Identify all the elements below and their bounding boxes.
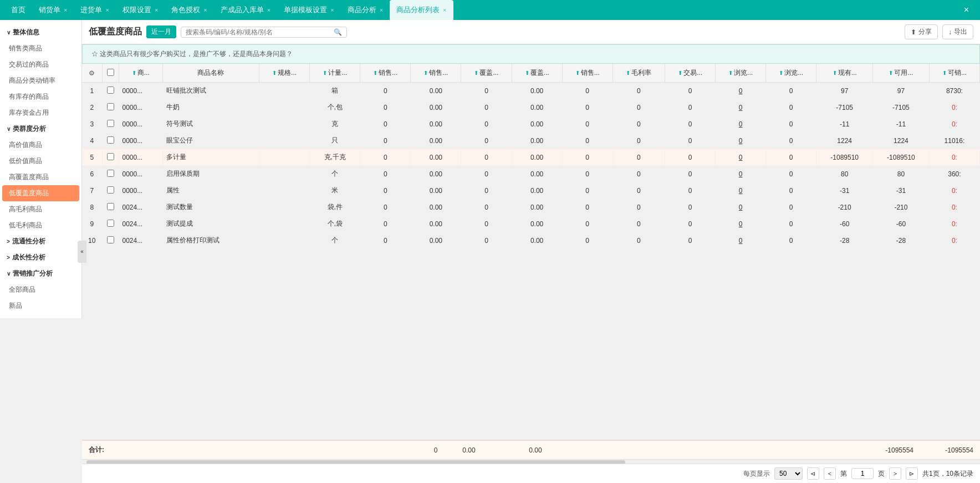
browse1-link[interactable]: 0 — [739, 87, 743, 95]
th-browse2[interactable]: ⬆浏览... — [766, 64, 816, 83]
nav-item-analysis-list[interactable]: 商品分析列表 × — [390, 0, 453, 20]
th-spec[interactable]: ⬆规格... — [259, 64, 310, 83]
sidebar-item-stock-goods[interactable]: 有库存的商品 — [0, 89, 81, 105]
prev-page-button[interactable]: < — [824, 467, 836, 480]
cell-browse1[interactable]: 0 — [716, 232, 766, 249]
th-coverage2[interactable]: ⬆覆盖... — [512, 64, 562, 83]
sidebar-collapse-btn[interactable]: « — [78, 241, 86, 263]
sidebar-item-low-coverage[interactable]: 低覆盖度商品 — [2, 185, 79, 201]
th-code[interactable]: ⬆商... — [119, 64, 162, 83]
browse1-link[interactable]: 0 — [739, 187, 743, 195]
close-purchase-icon[interactable]: × — [105, 7, 109, 13]
browse1-link[interactable]: 0 — [739, 137, 743, 145]
sidebar-growth-header[interactable]: > 成长性分析 — [0, 250, 81, 266]
close-analysis-list-icon[interactable]: × — [443, 7, 446, 13]
close-product-in-icon[interactable]: × — [267, 7, 270, 13]
th-sales-amt[interactable]: ⬆销售... — [411, 64, 461, 83]
table-container[interactable]: ⚙ ⬆商... 商品名称 ⬆规格... ⬆计量... ⬆销售... ⬆销售...… — [82, 64, 980, 440]
cell-checkbox[interactable] — [102, 199, 119, 216]
last-page-button[interactable]: ⊳ — [906, 467, 918, 480]
nav-item-product-in[interactable]: 产成品入库单 × — [214, 0, 277, 20]
nav-item-sales[interactable]: 销货单 × — [32, 0, 74, 20]
row-checkbox[interactable] — [107, 120, 114, 127]
th-sales-qty[interactable]: ⬆销售... — [360, 64, 411, 83]
cell-browse1[interactable]: 0 — [716, 83, 766, 99]
th-coverage1[interactable]: ⬆覆盖... — [461, 64, 512, 83]
cell-browse1[interactable]: 0 — [716, 149, 766, 166]
window-close-button[interactable]: × — [957, 5, 976, 15]
next-page-button[interactable]: > — [889, 467, 901, 480]
sidebar-item-high-value[interactable]: 高价值商品 — [0, 137, 81, 153]
sidebar-item-all-goods[interactable]: 全部商品 — [0, 282, 81, 298]
cell-browse1[interactable]: 0 — [716, 116, 766, 133]
settings-icon[interactable]: ⚙ — [89, 69, 95, 77]
close-permission-icon[interactable]: × — [155, 7, 158, 13]
th-name[interactable]: 商品名称 — [162, 64, 259, 83]
cell-checkbox[interactable] — [102, 232, 119, 249]
close-template-icon[interactable]: × — [330, 7, 334, 13]
cell-checkbox[interactable] — [102, 166, 119, 182]
th-current-stock[interactable]: ⬆现有... — [816, 64, 873, 83]
row-checkbox[interactable] — [107, 87, 114, 94]
sidebar-overall-header[interactable]: ∨ 整体信息 — [0, 24, 81, 40]
th-transaction[interactable]: ⬆交易... — [665, 64, 715, 83]
sidebar-flow-header[interactable]: > 流通性分析 — [0, 233, 81, 250]
th-unit[interactable]: ⬆计量... — [310, 64, 360, 83]
first-page-button[interactable]: ⊲ — [807, 467, 819, 480]
row-checkbox[interactable] — [107, 220, 114, 227]
page-size-select[interactable]: 50 20 100 — [774, 467, 803, 480]
cell-browse1[interactable]: 0 — [716, 182, 766, 199]
share-button[interactable]: ⬆ 分享 — [905, 24, 938, 39]
sidebar-coverage-header[interactable]: ∨ 类群度分析 — [0, 121, 81, 137]
cell-checkbox[interactable] — [102, 133, 119, 149]
sidebar-item-new-goods[interactable]: 新品 — [0, 298, 81, 314]
th-gross-rate[interactable]: ⬆毛利率 — [612, 64, 665, 83]
row-checkbox[interactable] — [107, 153, 114, 160]
th-browse1[interactable]: ⬆浏览... — [716, 64, 766, 83]
close-sales-icon[interactable]: × — [64, 7, 67, 13]
browse1-link[interactable]: 0 — [739, 154, 743, 161]
row-checkbox[interactable] — [107, 236, 114, 243]
page-input[interactable] — [851, 468, 874, 479]
nav-item-permission[interactable]: 权限设置 × — [116, 0, 165, 20]
search-icon[interactable]: 🔍 — [334, 28, 342, 36]
cell-checkbox[interactable] — [102, 182, 119, 199]
search-input[interactable] — [186, 28, 334, 36]
sidebar-item-low-profit[interactable]: 低毛利商品 — [0, 217, 81, 233]
browse1-link[interactable]: 0 — [739, 204, 743, 211]
th-available[interactable]: ⬆可用... — [873, 64, 930, 83]
sidebar-marketing-header[interactable]: ∨ 营销推广分析 — [0, 266, 81, 282]
browse1-link[interactable]: 0 — [739, 104, 743, 111]
cell-browse1[interactable]: 0 — [716, 216, 766, 232]
cell-browse1[interactable]: 0 — [716, 199, 766, 216]
row-checkbox[interactable] — [107, 170, 114, 177]
cell-browse1[interactable]: 0 — [716, 166, 766, 182]
row-checkbox[interactable] — [107, 103, 114, 110]
sidebar-item-sales-goods[interactable]: 销售类商品 — [0, 40, 81, 57]
sidebar-item-high-profit[interactable]: 高毛利商品 — [0, 201, 81, 217]
browse1-link[interactable]: 0 — [739, 170, 743, 178]
sidebar-item-low-value[interactable]: 低价值商品 — [0, 153, 81, 169]
row-checkbox[interactable] — [107, 136, 114, 144]
th-sales-days[interactable]: ⬆销售... — [562, 64, 612, 83]
period-button[interactable]: 近一月 — [146, 26, 176, 38]
cell-checkbox[interactable] — [102, 149, 119, 166]
cell-checkbox[interactable] — [102, 99, 119, 116]
nav-item-template[interactable]: 单据模板设置 × — [277, 0, 340, 20]
close-analysis-icon[interactable]: × — [380, 7, 383, 13]
export-button[interactable]: ↓ 导出 — [942, 24, 973, 39]
browse1-link[interactable]: 0 — [739, 220, 743, 228]
sidebar-item-high-coverage[interactable]: 高覆盖度商品 — [0, 169, 81, 185]
sidebar-item-category-rate[interactable]: 商品分类动销率 — [0, 73, 81, 89]
cell-browse1[interactable]: 0 — [716, 99, 766, 116]
cell-checkbox[interactable] — [102, 216, 119, 232]
row-checkbox[interactable] — [107, 203, 114, 210]
nav-item-home[interactable]: 首页 — [4, 0, 32, 20]
th-sellable[interactable]: ⬆可销... — [929, 64, 979, 83]
sidebar-item-traded-goods[interactable]: 交易过的商品 — [0, 57, 81, 73]
nav-item-analysis[interactable]: 商品分析 × — [341, 0, 390, 20]
select-all-checkbox[interactable] — [107, 69, 114, 76]
cell-checkbox[interactable] — [102, 83, 119, 99]
nav-item-purchase[interactable]: 进货单 × — [74, 0, 115, 20]
row-checkbox[interactable] — [107, 186, 114, 194]
